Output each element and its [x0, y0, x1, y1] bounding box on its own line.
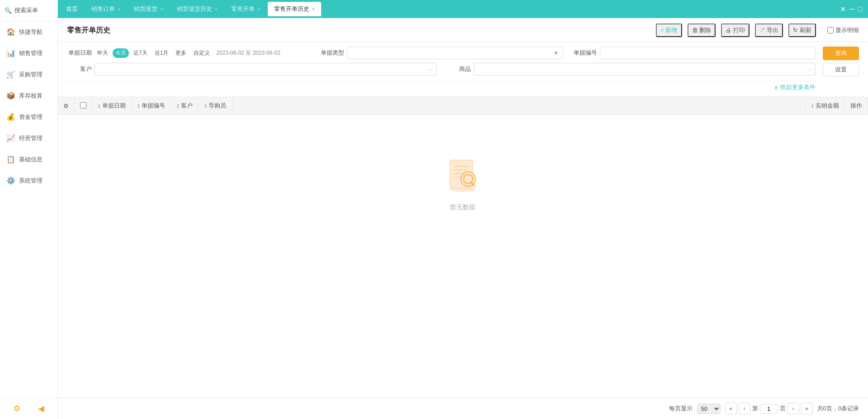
- next-page-btn[interactable]: ›: [787, 403, 799, 414]
- filter-settings-button[interactable]: 设置: [823, 63, 859, 76]
- th-amount[interactable]: ↕ 实销金额: [805, 97, 844, 115]
- show-detail-checkbox[interactable]: [827, 27, 834, 33]
- filter-right-buttons: 查询 设置: [823, 47, 859, 76]
- tab-sales-return-history-label: 销货退货历史: [177, 5, 212, 13]
- sidebar-item-sales-mgmt[interactable]: 📊销售管理: [0, 42, 57, 64]
- date-btn-custom[interactable]: 自定义: [191, 48, 213, 58]
- window-minimize-icon[interactable]: ─: [849, 5, 854, 13]
- sidebar-item-quick-nav[interactable]: 🏠快捷导航: [0, 21, 57, 42]
- doc-type-select[interactable]: ▼: [347, 47, 563, 59]
- next-page-icon: ›: [792, 405, 794, 412]
- th-doc-no[interactable]: ↕ 单据编号: [132, 97, 171, 115]
- first-page-btn[interactable]: «: [725, 403, 737, 414]
- date-btn-last7[interactable]: 近7天: [131, 48, 150, 58]
- tab-sales-order[interactable]: 销售订单 ×: [85, 2, 127, 16]
- window-close-icon[interactable]: ✕: [840, 5, 846, 14]
- collapse-sidebar-icon[interactable]: ◀: [38, 404, 44, 414]
- select-all-checkbox[interactable]: [80, 102, 86, 108]
- goods-input[interactable]: [478, 66, 807, 73]
- date-btn-yesterday[interactable]: 昨天: [95, 48, 111, 58]
- print-button[interactable]: 🖨 打印: [721, 24, 749, 37]
- sidebar-label-basic-info: 基础信息: [19, 155, 43, 164]
- page-title: 零售开单历史: [67, 26, 110, 35]
- tab-retail-history-label: 零售开单历史: [274, 5, 309, 13]
- sidebar-label-sales-mgmt: 销售管理: [19, 49, 43, 57]
- data-table: ⚙ ↕ 单据日期 ↕ 单据编号 ↕ 客户 ↕ 导购员: [58, 97, 868, 248]
- window-expand-icon[interactable]: □: [858, 5, 863, 13]
- filter-row-1: 单据日期 昨天 今天 近7天 近1月 更多 自定义 2023-06-02 至 2…: [67, 47, 816, 59]
- tab-retail-history-close[interactable]: ×: [312, 6, 315, 12]
- tab-sales-order-close[interactable]: ×: [118, 6, 120, 12]
- tab-sales-return-history-close[interactable]: ×: [215, 6, 218, 12]
- query-button[interactable]: 查询: [823, 47, 859, 60]
- sidebar-icon-quick-nav: 🏠: [6, 28, 15, 36]
- date-btn-last-month[interactable]: 近1月: [152, 48, 171, 58]
- export-button[interactable]: ↗ 导出: [755, 24, 783, 37]
- refresh-button[interactable]: ↻ 刷新: [788, 24, 816, 37]
- doc-type-arrow: ▼: [553, 50, 559, 56]
- date-filter-group: 单据日期 昨天 今天 近7天 近1月 更多 自定义 2023-06-02 至 2…: [67, 48, 310, 58]
- customer-input[interactable]: [99, 66, 428, 73]
- sidebar-item-basic-info[interactable]: 📋基础信息: [0, 149, 57, 170]
- sidebar-footer: ⚙ ◀: [0, 398, 57, 419]
- sidebar-search[interactable]: 🔍 搜索采单: [0, 0, 57, 21]
- customer-filter-group: 客户 ···: [67, 63, 437, 75]
- sidebar-icon-inventory: 📦: [6, 91, 15, 100]
- total-info: 共0页，0条记录: [817, 405, 859, 413]
- sidebar-item-sys-mgmt[interactable]: ⚙️系统管理: [0, 170, 57, 191]
- th-guide[interactable]: ↕ 导购员: [199, 97, 232, 115]
- tab-retail-open[interactable]: 零售开单 ×: [225, 2, 266, 16]
- main-content: 首页 销售订单 × 销货退货 × 销货退货历史 × 零售开单 × 零售开单历史 …: [58, 0, 868, 419]
- customer-dots[interactable]: ···: [428, 66, 433, 73]
- collapse-icon: ∧: [774, 84, 778, 91]
- sidebar-item-operations[interactable]: 📈经营管理: [0, 127, 57, 149]
- doc-no-input[interactable]: [604, 50, 811, 56]
- last-page-btn[interactable]: »: [801, 403, 813, 414]
- add-button[interactable]: + 新增: [656, 24, 682, 37]
- sidebar-item-purchase-mgmt[interactable]: 🛒采购管理: [0, 64, 57, 85]
- doc-no-label: 单据编号: [572, 49, 597, 57]
- delete-button[interactable]: 🗑 删除: [688, 24, 716, 37]
- show-detail-checkbox-label[interactable]: 显示明细: [827, 26, 859, 34]
- th-settings[interactable]: ⚙: [58, 97, 75, 115]
- sidebar-search-label: 搜索采单: [14, 6, 38, 14]
- sidebar-label-operations: 经营管理: [19, 134, 43, 142]
- empty-state: 暂无数据: [58, 115, 868, 248]
- sidebar-item-inventory[interactable]: 📦库存核算: [0, 85, 57, 106]
- per-page-select[interactable]: 10 20 50 100: [697, 404, 721, 414]
- th-doc-no-label: ↕ 单据编号: [137, 102, 165, 109]
- date-btn-more[interactable]: 更多: [173, 48, 189, 58]
- th-amount-label: ↕ 实销金额: [811, 102, 839, 109]
- date-btn-today[interactable]: 今天: [113, 48, 129, 58]
- sidebar-icon-purchase-mgmt: 🛒: [6, 70, 15, 79]
- tab-sales-return[interactable]: 销货退货 ×: [128, 2, 169, 16]
- collapse-btn[interactable]: ∧ 收起更多条件: [774, 83, 816, 91]
- per-page-label: 每页显示: [669, 405, 693, 413]
- page-header: 零售开单历史 + 新增 🗑 删除 🖨 打印 ↗ 导出 ↻ 刷新 显示明细: [58, 18, 868, 42]
- page-number-input[interactable]: [760, 404, 778, 414]
- sidebar-menu: 🏠快捷导航📊销售管理🛒采购管理📦库存核算💰资金管理📈经营管理📋基础信息⚙️系统管…: [0, 21, 57, 398]
- th-customer[interactable]: ↕ 客户: [171, 97, 199, 115]
- empty-row: 暂无数据: [58, 115, 868, 248]
- tab-home[interactable]: 首页: [60, 2, 84, 16]
- customer-input-wrap: ···: [95, 63, 437, 75]
- th-date[interactable]: ↕ 单据日期: [92, 97, 132, 115]
- sidebar-item-finance[interactable]: 💰资金管理: [0, 106, 57, 127]
- empty-text: 暂无数据: [450, 203, 475, 212]
- table-body: 暂无数据: [58, 115, 868, 248]
- page-word: 第: [752, 405, 758, 413]
- th-check[interactable]: [75, 97, 92, 115]
- tab-retail-open-close[interactable]: ×: [257, 6, 260, 12]
- settings-icon[interactable]: ⚙: [13, 404, 20, 414]
- settings-icon[interactable]: ⚙: [63, 103, 69, 109]
- tab-sales-return-history[interactable]: 销货退货历史 ×: [171, 2, 224, 16]
- tab-sales-return-label: 销货退货: [134, 5, 157, 13]
- th-guide-label: ↕ 导购员: [204, 102, 226, 109]
- prev-page-btn[interactable]: ‹: [739, 403, 750, 414]
- tab-retail-history[interactable]: 零售开单历史 ×: [268, 2, 321, 16]
- tab-sales-return-close[interactable]: ×: [160, 6, 163, 12]
- tab-sales-order-label: 销售订单: [91, 5, 115, 13]
- empty-illustration: [440, 151, 485, 196]
- tabs-bar: 首页 销售订单 × 销货退货 × 销货退货历史 × 零售开单 × 零售开单历史 …: [58, 0, 868, 18]
- goods-dots[interactable]: ···: [806, 66, 811, 73]
